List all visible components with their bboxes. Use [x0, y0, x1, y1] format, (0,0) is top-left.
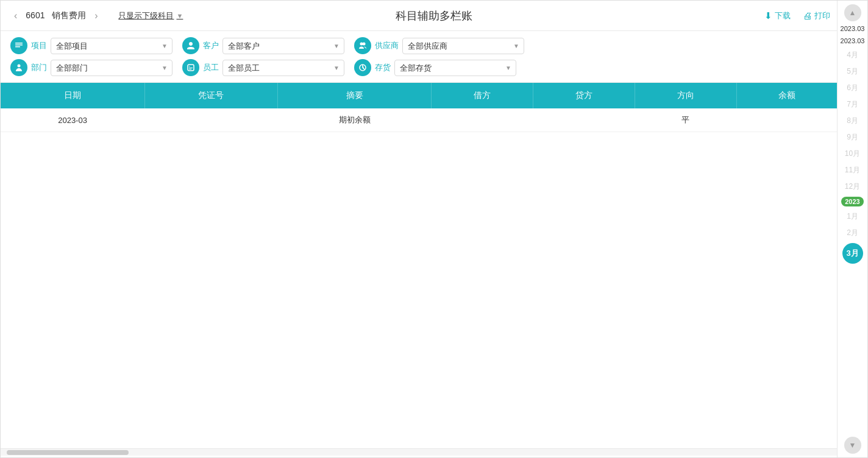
- table-header-row: 日期 凭证号 摘要 借方 贷方 方向 余额: [1, 83, 837, 108]
- col-balance: 余额: [736, 83, 837, 108]
- main-content: 日期 凭证号 摘要 借方 贷方 方向 余额 2023-03 期初余额: [1, 83, 837, 456]
- timeline-month-10[interactable]: 10月: [838, 146, 867, 162]
- timeline-period-1[interactable]: 2023.03: [839, 23, 866, 35]
- timeline-month-7[interactable]: 7月: [838, 96, 867, 113]
- timeline-month-8[interactable]: 8月: [838, 113, 867, 129]
- project-select[interactable]: 全部项目: [51, 38, 173, 54]
- print-label: 打印: [814, 10, 830, 21]
- svg-rect-2: [15, 46, 20, 48]
- month-5-label: 5月: [847, 67, 858, 76]
- project-select-wrapper: 全部项目: [51, 38, 173, 54]
- inventory-icon: [354, 59, 371, 76]
- filter-row-1: 项目 全部项目 客户 全部客户: [10, 37, 858, 54]
- table-row: 2023-03 期初余额 平: [1, 108, 837, 132]
- side-timeline: ▲ 2023.03 2023.03 4月 5月 6月 7月 8月 9月 10月: [837, 1, 867, 457]
- show-sub-label: 只显示下级科目: [118, 10, 174, 21]
- timeline-month-11[interactable]: 11月: [838, 162, 867, 178]
- employee-select[interactable]: 全部员工: [222, 60, 344, 76]
- col-direction: 方向: [635, 83, 736, 108]
- prev-account-button[interactable]: ‹: [10, 9, 21, 23]
- customer-select-wrapper: 全部客户: [222, 38, 344, 54]
- table-body: 2023-03 期初余额 平: [1, 108, 837, 132]
- month-7-label: 7月: [847, 100, 858, 108]
- filter-bar: 项目 全部项目 客户 全部客户: [1, 31, 867, 83]
- account-code: 6601: [26, 10, 44, 20]
- cell-balance: [736, 108, 837, 132]
- customer-icon: [182, 37, 199, 54]
- col-voucher: 凭证号: [144, 83, 278, 108]
- employee-icon: [182, 59, 199, 76]
- timeline-period-2[interactable]: 2023.03: [839, 35, 866, 47]
- page-title: 科目辅助多栏账: [396, 9, 472, 23]
- col-debit: 借方: [432, 83, 533, 108]
- cell-date: 2023-03: [1, 108, 144, 132]
- timeline-month-1[interactable]: 1月: [838, 208, 867, 225]
- month-12-label: 12月: [845, 182, 860, 191]
- month-4-label: 4月: [847, 51, 858, 59]
- supplier-select[interactable]: 全部供应商: [402, 38, 524, 54]
- horizontal-scrollbar[interactable]: [1, 448, 837, 456]
- col-date: 日期: [1, 83, 144, 108]
- svg-rect-1: [15, 44, 23, 46]
- svg-point-4: [363, 43, 366, 46]
- timeline-scroll-up-button[interactable]: ▲: [844, 4, 861, 21]
- chevron-down-icon: ▼: [176, 12, 183, 19]
- inventory-select[interactable]: 全部存货: [394, 60, 516, 76]
- project-icon: [10, 37, 27, 54]
- cell-debit: [432, 108, 533, 132]
- download-button[interactable]: ⬇ 下载: [764, 10, 791, 21]
- dept-select[interactable]: 全部部门: [51, 60, 173, 76]
- year-label-badge: 2023: [841, 197, 863, 206]
- inventory-label: 存货: [375, 62, 391, 73]
- col-credit: 贷方: [533, 83, 635, 108]
- month-2-label: 2月: [847, 228, 858, 237]
- timeline-month-5[interactable]: 5月: [838, 63, 867, 80]
- month-11-label: 11月: [845, 166, 860, 174]
- dept-label: 部门: [31, 62, 47, 73]
- filter-item-inventory: 存货 全部存货: [354, 59, 516, 76]
- timeline-month-6[interactable]: 6月: [838, 80, 867, 96]
- cell-direction: 平: [635, 108, 736, 132]
- next-account-button[interactable]: ›: [91, 9, 101, 23]
- timeline-month-3-active[interactable]: 3月: [842, 243, 863, 264]
- ledger-table: 日期 凭证号 摘要 借方 贷方 方向 余额 2023-03 期初余额: [1, 83, 837, 132]
- timeline-month-12[interactable]: 12月: [838, 178, 867, 195]
- table-container[interactable]: 日期 凭证号 摘要 借方 贷方 方向 余额 2023-03 期初余额: [1, 83, 837, 448]
- supplier-select-wrapper: 全部供应商: [402, 38, 524, 54]
- filter-item-dept: 部门 全部部门: [10, 59, 173, 76]
- supplier-icon: [354, 37, 371, 54]
- filter-item-customer: 客户 全部客户: [182, 37, 344, 54]
- account-name: 销售费用: [52, 10, 86, 20]
- timeline-top-1: 2023.03: [841, 25, 865, 32]
- timeline-month-9[interactable]: 9月: [838, 129, 867, 146]
- month-1-label: 1月: [847, 212, 858, 220]
- show-sub-filter[interactable]: 只显示下级科目 ▼: [118, 10, 183, 21]
- col-summary: 摘要: [278, 83, 432, 108]
- title-left: ‹ 6601 销售费用 › 只显示下级科目 ▼: [10, 9, 183, 23]
- month-10-label: 10月: [845, 149, 860, 158]
- year-label: 2023: [845, 198, 859, 205]
- filter-item-project: 项目 全部项目: [10, 37, 173, 54]
- inventory-select-wrapper: 全部存货: [394, 60, 516, 76]
- project-label: 项目: [31, 40, 47, 51]
- print-button[interactable]: 🖨 打印: [803, 10, 830, 21]
- svg-point-5: [18, 65, 21, 68]
- supplier-label: 供应商: [375, 40, 399, 51]
- dept-icon: [10, 59, 27, 76]
- print-icon: 🖨: [803, 10, 812, 21]
- scrollbar-thumb: [7, 450, 129, 455]
- cell-voucher: [144, 108, 278, 132]
- customer-select[interactable]: 全部客户: [222, 38, 344, 54]
- title-bar: ‹ 6601 销售费用 › 只显示下级科目 ▼ 科目辅助多栏账 ⬇ 下载 🖨 打…: [1, 1, 867, 31]
- employee-select-wrapper: 全部员工: [222, 60, 344, 76]
- employee-label: 员工: [203, 62, 219, 73]
- timeline-month-2[interactable]: 2月: [838, 225, 867, 241]
- timeline-scroll-down-button[interactable]: ▼: [844, 437, 861, 454]
- timeline-month-4[interactable]: 4月: [838, 47, 867, 63]
- filter-item-supplier: 供应商 全部供应商: [354, 37, 524, 54]
- month-6-label: 6月: [847, 83, 858, 92]
- active-month-label: 3月: [846, 248, 858, 259]
- svg-rect-0: [15, 43, 23, 44]
- account-code-label: 6601 销售费用: [26, 10, 86, 21]
- cell-summary: 期初余额: [278, 108, 432, 132]
